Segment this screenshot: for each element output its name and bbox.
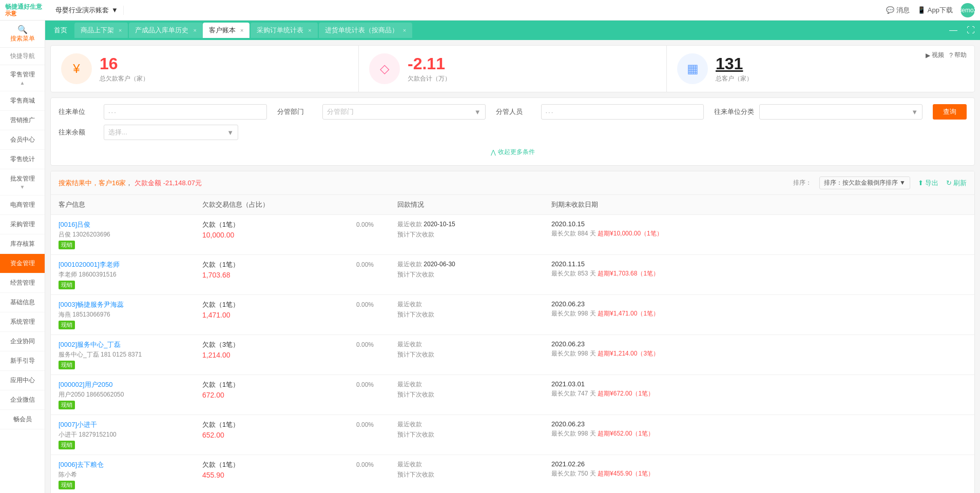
debt-percent: 0.00% xyxy=(356,421,382,428)
sidebar-item-retail-mgmt[interactable]: 零售管理 ▲ xyxy=(0,65,45,91)
help-link[interactable]: ? 帮助 xyxy=(949,51,967,60)
sidebar-item-system[interactable]: 系统管理 xyxy=(0,312,45,332)
close-icon[interactable]: × xyxy=(240,27,243,33)
sidebar-label: 电商管理 xyxy=(10,201,35,209)
th-overdue-date: 到期未收款日期 xyxy=(544,195,974,215)
customer-name-link[interactable]: [0016]吕俊 xyxy=(59,220,187,229)
sort-selector[interactable]: 排序：按欠款金额倒序排序 ▼ xyxy=(819,176,910,189)
collapse-button[interactable]: ⋀ 收起更多条件 xyxy=(491,148,535,156)
tab-purchase-by-product[interactable]: 进货单统计表（按商品） × xyxy=(319,23,412,38)
sidebar-item-operations[interactable]: 经营管理 xyxy=(0,273,45,293)
store-selector[interactable]: 母婴行业演示账套 ▼ xyxy=(50,6,124,15)
sidebar-label: 零售商城 xyxy=(10,96,35,105)
sidebar-item-wechat[interactable]: 企业微信 xyxy=(0,390,45,410)
customer-name-link[interactable]: [0003]畅捷服务尹海蕊 xyxy=(59,300,187,309)
sidebar-search[interactable]: 🔍 搜索菜单 xyxy=(0,21,45,48)
sidebar-item-enterprise[interactable]: 企业协同 xyxy=(0,332,45,351)
close-icon[interactable]: × xyxy=(193,27,196,33)
debt-info-cell: 欠款（1笔） 1,471.00 xyxy=(195,295,349,335)
debt-amount[interactable]: 672.00 xyxy=(202,391,341,399)
debt-amount[interactable]: 652.00 xyxy=(202,431,341,439)
debt-amount[interactable]: 455.90 xyxy=(202,471,341,479)
store-name: 母婴行业演示账套 xyxy=(55,6,109,15)
next-collection: 预计下次收款 xyxy=(397,390,536,399)
minimize-button[interactable]: — xyxy=(947,25,960,36)
video-link[interactable]: ▶ 视频 xyxy=(926,51,944,60)
maximize-button[interactable]: ⛶ xyxy=(964,25,977,36)
tab-customer-account[interactable]: 客户账本 × xyxy=(203,23,249,38)
filter-input-person[interactable]: ··· xyxy=(541,104,704,120)
results-header: 搜索结果中，客户16家， 欠款金额 -21,148.07元 排序： 排序：按欠款… xyxy=(51,171,974,195)
tab-home[interactable]: 首页 xyxy=(48,23,73,38)
sort-label: 排序：按欠款金额倒序排序 xyxy=(824,179,898,186)
quick-nav[interactable]: 快捷导航 xyxy=(0,48,45,65)
filter-select-balance[interactable]: 选择... ▼ xyxy=(104,125,238,140)
filter-placeholder-balance: 选择... xyxy=(108,128,127,137)
customer-tag: 现销 xyxy=(59,321,75,329)
export-button[interactable]: ⬆ 导出 xyxy=(918,179,938,188)
filter-input-unit[interactable]: ··· xyxy=(104,104,267,120)
refresh-button[interactable]: ↻ 刷新 xyxy=(946,179,967,188)
sidebar-item-guide[interactable]: 新手引导 xyxy=(0,351,45,371)
overdue-amount-link[interactable]: 超期¥10,000.00（1笔） xyxy=(598,230,663,237)
app-download-button[interactable]: 📱 App下载 xyxy=(917,6,953,15)
sidebar-item-member[interactable]: 会员中心 xyxy=(0,130,45,150)
close-icon[interactable]: × xyxy=(403,27,406,33)
collapse-row: ⋀ 收起更多条件 xyxy=(59,145,967,159)
overdue-amount-link[interactable]: 超期¥1,703.68（1笔） xyxy=(598,270,659,277)
sidebar-item-retail-mall[interactable]: 零售商城 xyxy=(0,91,45,111)
sidebar-label: 企业协同 xyxy=(10,337,35,346)
tab-production[interactable]: 产成品入库单历史 × xyxy=(129,23,202,38)
debt-amount[interactable]: 1,703.68 xyxy=(202,271,341,279)
tab-bar-actions: — ⛶ xyxy=(947,25,977,36)
customer-name-link[interactable]: [000002]用户2050 xyxy=(59,380,187,389)
customer-info-cell: [0003]畅捷服务尹海蕊 海燕 18513066976 现销 xyxy=(51,295,195,335)
results-area: 搜索结果中，客户16家， 欠款金额 -21,148.07元 排序： 排序：按欠款… xyxy=(50,171,975,493)
sidebar-item-member2[interactable]: 畅会员 xyxy=(0,410,45,429)
search-button[interactable]: 查询 xyxy=(933,104,967,120)
customer-name-link[interactable]: [0001020001]李老师 xyxy=(59,260,187,269)
sidebar-item-apps[interactable]: 应用中心 xyxy=(0,371,45,390)
sidebar-item-wholesale[interactable]: 批发管理 ▼ xyxy=(0,169,45,195)
last-collection-label: 最近收款 xyxy=(397,301,422,308)
overdue-amount-link[interactable]: 超期¥1,471.00（1笔） xyxy=(598,310,659,317)
tab-products[interactable]: 商品上下架 × xyxy=(74,23,128,38)
stat-card-total-debt: ◇ -2.11 欠款合计（万） xyxy=(359,46,667,92)
overdue-date: 2020.06.23 xyxy=(551,340,967,348)
customer-name-link[interactable]: [0002]服务中心_丁磊 xyxy=(59,340,187,349)
customer-name-link[interactable]: [0007]小进干 xyxy=(59,420,187,429)
sidebar-label: 企业微信 xyxy=(10,396,35,404)
sidebar-item-basic-info[interactable]: 基础信息 xyxy=(0,293,45,312)
filter-select-dept[interactable]: 分管部门 ▼ xyxy=(322,104,486,120)
store-arrow-icon: ▼ xyxy=(111,6,118,14)
close-icon[interactable]: × xyxy=(308,27,311,33)
sidebar-item-ecommerce[interactable]: 电商管理 xyxy=(0,195,45,215)
debt-amount[interactable]: 1,214.00 xyxy=(202,351,341,359)
sidebar-item-finance[interactable]: 资金管理 xyxy=(0,254,45,273)
sidebar-item-purchase[interactable]: 采购管理 xyxy=(0,215,45,234)
chevron-down-icon: ▼ xyxy=(227,129,234,136)
overdue-amount-link[interactable]: 超期¥1,214.00（3笔） xyxy=(598,350,659,357)
close-icon[interactable]: × xyxy=(119,27,122,33)
customer-tag: 现销 xyxy=(59,441,75,449)
message-button[interactable]: 💬 消息 xyxy=(886,6,910,15)
collection-date: 2020-06-30 xyxy=(424,261,455,268)
sidebar-item-retail-stats[interactable]: 零售统计 xyxy=(0,150,45,169)
sidebar-label: 零售统计 xyxy=(10,155,35,164)
sidebar-item-marketing[interactable]: 营销推广 xyxy=(0,111,45,130)
overdue-amount-link[interactable]: 超期¥672.00（1笔） xyxy=(598,390,654,397)
debt-amount[interactable]: 1,471.00 xyxy=(202,311,341,319)
app-download-label: App下载 xyxy=(928,6,953,15)
overdue-amount-link[interactable]: 超期¥455.90（1笔） xyxy=(598,470,654,477)
stat-card-total-customers: ▶ 视频 ? 帮助 ▦ 131 总客户（家） xyxy=(667,46,974,92)
overdue-amount-link[interactable]: 超期¥652.00（1笔） xyxy=(598,430,654,437)
sidebar-item-inventory[interactable]: 库存核算 xyxy=(0,234,45,254)
debt-amount[interactable]: 10,000.00 xyxy=(202,231,341,239)
table-row: [0007]小进干 小进干 18279152100 现销 欠款（1笔） 652.… xyxy=(51,415,974,455)
user-menu[interactable]: demo2 xyxy=(960,3,975,17)
customer-name-link[interactable]: [0006]去下粮仓 xyxy=(59,460,187,469)
collection-info: 最近收款 xyxy=(397,380,536,389)
filter-select-category[interactable]: ▼ xyxy=(759,104,923,120)
tab-purchase-stats[interactable]: 采购订单统计表 × xyxy=(251,23,317,38)
stat-label-total-customers: 总客户（家） xyxy=(716,74,753,83)
